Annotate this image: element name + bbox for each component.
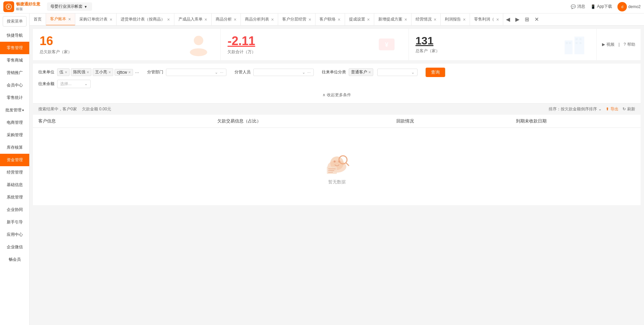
tab-close-profit-report[interactable]: × — [463, 17, 466, 22]
sidebar-item-purchase-mgmt[interactable]: 采购管理 — [0, 129, 29, 141]
stat-number-total: 131 — [416, 35, 440, 47]
tab-customer-segment[interactable]: 客户分层经营 × — [278, 13, 315, 26]
stat-card-total: 131 总客户（家） — [409, 29, 597, 60]
divider: | — [618, 42, 619, 47]
sidebar-item-ecommerce-mgmt[interactable]: 电商管理 — [0, 116, 29, 129]
balance-select[interactable]: 选择... ⌄ — [57, 80, 91, 88]
tab-close-product-stock-in[interactable]: × — [205, 17, 207, 22]
message-action[interactable]: 💬 消息 — [571, 4, 585, 9]
sidebar-item-app-center[interactable]: 应用中心 — [0, 228, 29, 241]
close-tag-wu[interactable]: × — [65, 70, 67, 75]
export-button[interactable]: ⬆ 导出 — [606, 106, 618, 112]
tab-goods-analysis[interactable]: 商品分析 × — [212, 13, 241, 26]
tab-menu-btn[interactable]: ⊞ — [522, 13, 532, 26]
results-bar-right: 排序：按欠款金额倒序排序 ⌄ ⬆ 导出 ↻ 刷新 — [549, 106, 635, 112]
sidebar-item-retail-stats[interactable]: 零售统计 — [0, 92, 29, 104]
person-label: 分管人员 — [234, 69, 251, 75]
close-tag-chen[interactable]: × — [87, 70, 89, 75]
sidebar-item-retail-mall[interactable]: 零售商城 — [0, 54, 29, 67]
sidebar-search-area: 搜索菜单 — [0, 13, 29, 29]
sidebar-item-finance-mgmt[interactable]: 资金管理 — [0, 154, 29, 166]
tab-retail-profit[interactable]: 零售利润（ × — [470, 13, 503, 26]
video-help-area: ▶ 视频 | ? 帮助 — [597, 29, 641, 60]
tab-close-all-btn[interactable]: ✕ — [532, 13, 542, 26]
tab-close-new-promotion[interactable]: × — [404, 17, 407, 22]
close-tag-cjttcw[interactable]: × — [128, 70, 131, 75]
search-menu-button[interactable]: 搜索菜单 — [3, 16, 27, 27]
tab-close-goods-analysis-list[interactable]: × — [271, 17, 274, 22]
sidebar-item-wholesale-mgmt[interactable]: 批发管理 ▾ — [0, 104, 29, 116]
filter-tag-chen: 陈民强 × — [71, 68, 91, 76]
tab-close-customer-segment[interactable]: × — [308, 17, 311, 22]
tab-promotion-settings[interactable]: 提成设置 × — [345, 13, 374, 26]
svg-text:¥: ¥ — [8, 5, 10, 9]
tab-stock-stats[interactable]: 进货单统计表（按商品） × — [117, 13, 174, 26]
org-selector[interactable]: 母婴行业演示帐套 ▾ — [47, 2, 92, 11]
message-icon: 💬 — [571, 4, 576, 9]
sidebar-item-enterprise-coop[interactable]: 企业协同 — [0, 204, 29, 216]
filter-more-tags[interactable]: ··· — [135, 70, 139, 75]
empty-text: 暂无数据 — [328, 179, 346, 185]
stat-number-debt[interactable]: -2.11 — [227, 34, 256, 48]
video-btn[interactable]: ▶ 视频 — [602, 42, 614, 47]
results-bar: 搜索结果中，客户0家 欠款金额 0.00元 排序：按欠款金额倒序排序 ⌄ ⬆ 导… — [33, 103, 641, 115]
sidebar-item-basic-info[interactable]: 基础信息 — [0, 179, 29, 191]
filter-area: 往来单位 伍 × 陈民强 × 王小亮 — [33, 64, 641, 103]
collapse-button[interactable]: ∧ 收起更多条件 — [38, 91, 635, 99]
svg-point-16 — [334, 160, 336, 162]
tab-next-btn[interactable]: ▶ — [513, 13, 522, 26]
avatar: d — [617, 2, 627, 11]
stat-label-customers: 总欠款客户（家） — [40, 49, 72, 55]
svg-point-3 — [190, 48, 207, 56]
tab-profit-report[interactable]: 利润报告 × — [441, 13, 470, 26]
tab-close-stock-stats[interactable]: × — [167, 17, 170, 22]
tab-close-customer-account[interactable]: × — [68, 17, 71, 22]
stat-number-customers: 16 — [40, 34, 72, 48]
sidebar-item-member[interactable]: 畅会员 — [0, 253, 29, 266]
svg-rect-10 — [576, 38, 578, 40]
user-profile[interactable]: d demo2 — [617, 2, 641, 11]
sidebar-item-retail-mgmt[interactable]: 零售管理 — [0, 42, 29, 54]
sidebar-item-member-center[interactable]: 会员中心 — [0, 79, 29, 92]
export-icon: ⬆ — [606, 107, 609, 111]
close-tag-wang[interactable]: × — [109, 70, 111, 75]
category-arrow: ⌄ — [411, 70, 415, 75]
tab-business-status[interactable]: 经营情况 × — [412, 13, 441, 26]
tab-goods-analysis-list[interactable]: 商品分析列表 × — [241, 13, 278, 26]
sidebar-item-quick-nav[interactable]: 快捷导航 — [0, 29, 29, 42]
tab-product-stock-in[interactable]: 产成品入库单 × — [174, 13, 212, 26]
person-select-arrow: ⌄ — [302, 70, 305, 75]
person-select[interactable]: ⌄ ··· — [253, 69, 314, 76]
category-select[interactable]: ⌄ — [377, 69, 418, 76]
filter-tag-cjttcw: cjttcw × — [115, 69, 133, 76]
sort-select[interactable]: 排序：按欠款金额倒序排序 ⌄ — [549, 106, 602, 112]
table-container: 客户信息 欠款交易信息（占比） 回款情况 到期未收款日期 — [33, 115, 641, 205]
sidebar-item-operation-mgmt[interactable]: 经营管理 — [0, 166, 29, 179]
tab-close-retail-profit[interactable]: × — [496, 17, 499, 22]
tab-customer-account[interactable]: 客户账本 × — [46, 13, 75, 26]
app-download-action[interactable]: 📱 App下载 — [591, 4, 612, 9]
tab-purchase-order[interactable]: 采购订单统计表 × — [75, 13, 117, 26]
tab-customer-contact[interactable]: 客户联络 × — [315, 13, 345, 26]
tab-prev-btn[interactable]: ◀ — [503, 13, 513, 26]
tab-new-promotion[interactable]: 新增提成方案 × — [374, 13, 412, 26]
dept-select[interactable]: ⌄ ··· — [166, 69, 226, 76]
refresh-button[interactable]: ↻ 刷新 — [622, 106, 635, 112]
tab-close-promotion-settings[interactable]: × — [367, 17, 370, 22]
person-more-icon: ··· — [307, 70, 311, 75]
tab-close-purchase-order[interactable]: × — [110, 17, 112, 22]
help-btn[interactable]: ? 帮助 — [624, 42, 635, 47]
sidebar-item-new-guide[interactable]: 新手引导 — [0, 216, 29, 228]
sidebar-item-stock-check[interactable]: 库存核算 — [0, 141, 29, 154]
tab-close-business-status[interactable]: × — [434, 17, 436, 22]
tab-close-goods-analysis[interactable]: × — [234, 17, 237, 22]
query-button[interactable]: 查询 — [426, 68, 445, 77]
stat-icon-building — [563, 33, 586, 56]
svg-rect-8 — [566, 42, 568, 44]
tab-home[interactable]: 首页 — [30, 13, 46, 26]
tab-close-customer-contact[interactable]: × — [338, 17, 340, 22]
close-tag-category[interactable]: × — [369, 70, 371, 75]
sidebar-item-marketing[interactable]: 营销推广 — [0, 67, 29, 79]
sidebar-item-system-mgmt[interactable]: 系统管理 — [0, 191, 29, 204]
sidebar-item-enterprise-wechat[interactable]: 企业微信 — [0, 241, 29, 253]
